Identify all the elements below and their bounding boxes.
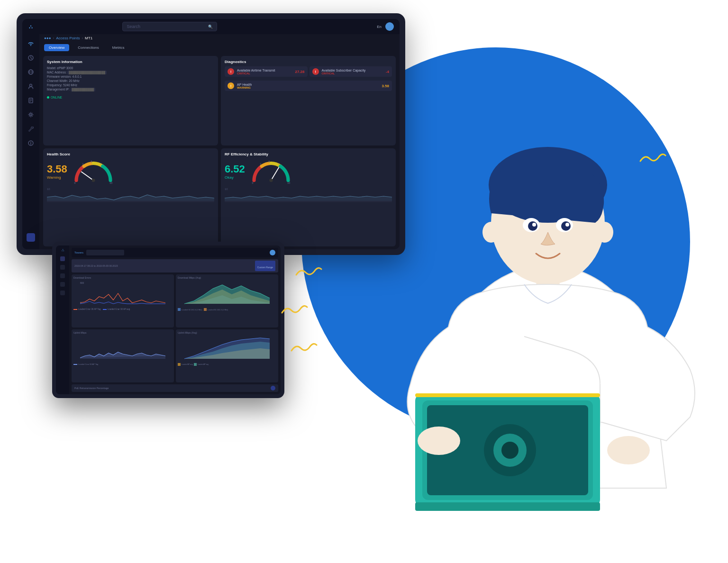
tablet-secondary-screen: ∴ Towers 2019-04-17 09:22 to 2019-05-09 … bbox=[56, 245, 281, 394]
svg-point-56 bbox=[607, 436, 650, 464]
model-label: Model: bbox=[47, 66, 56, 70]
chart-legend-3: Loaded Cnar 90 AP Tag bbox=[73, 363, 172, 365]
status-badge: ONLINE bbox=[47, 96, 62, 99]
tabs-bar: Overview Connections Metrics bbox=[39, 42, 400, 53]
rf-title: RF Efficiency & Stability bbox=[225, 152, 392, 156]
tab-connections[interactable]: Connections bbox=[73, 44, 103, 51]
svg-text:0: 0 bbox=[74, 181, 75, 184]
sidebar-dot bbox=[27, 233, 35, 242]
chart-download-mbps: Download Mbps (Avg) Loaded 82.162.4 (5 M… bbox=[176, 274, 278, 327]
tablet2-topbar: Towers bbox=[72, 248, 278, 257]
model-row: Model: ePMP 3000 bbox=[47, 66, 214, 70]
tablet-main-screen: ∴ bbox=[22, 19, 400, 249]
svg-point-55 bbox=[418, 427, 460, 455]
frequency-label: Frequency: bbox=[47, 83, 63, 87]
svg-marker-34 bbox=[184, 338, 270, 359]
svg-point-52 bbox=[501, 442, 519, 459]
channel-value: 20 MHz bbox=[69, 79, 79, 82]
diag-row-aphealth: ! AP Health WARNING 3.58 bbox=[225, 81, 392, 91]
tablet2-breadcrumb: Towers bbox=[74, 251, 83, 254]
chart-legend-4: Loaded AP avg Loaded AP tag bbox=[178, 363, 276, 366]
diag-row-subscriber: ! Available Subscriber Capacity CRITICAL… bbox=[309, 66, 392, 77]
tablet2-main: Towers 2019-04-17 09:22 to 2019-05-09 00… bbox=[69, 245, 281, 394]
diagnostics-title: Diagnostics bbox=[225, 60, 392, 64]
date-range-bar: 2019-04-17 09:22 to 2019-05-09 00:2023 C… bbox=[72, 259, 278, 272]
tablet2-dot bbox=[271, 386, 275, 390]
chart-uplink-avg: Uplink Mbps (Avg) Loaded AP avg bbox=[176, 329, 278, 382]
legend-item-1a: Loaded Cnar 30 AP Tag bbox=[73, 308, 101, 310]
diagnostics-panel: Diagnostics ! Available Airtime Transmit… bbox=[221, 56, 396, 145]
mac-value: ██████████████████ bbox=[67, 71, 107, 74]
svg-text:10: 10 bbox=[287, 181, 290, 184]
svg-rect-54 bbox=[415, 393, 600, 397]
date-range-text: 2019-04-17 09:22 to 2019-05-09 00:2023 bbox=[74, 264, 118, 267]
breadcrumb-access-points[interactable]: Access Points bbox=[56, 36, 80, 40]
sidebar-icon-wifi[interactable] bbox=[27, 40, 35, 47]
topbar-right: En bbox=[377, 22, 394, 31]
svg-rect-53 bbox=[415, 502, 600, 511]
svg-text:5: 5 bbox=[91, 160, 92, 163]
diag-label-airtime: Available Airtime Transmit CRITICAL bbox=[237, 69, 292, 75]
search-placeholder: Search bbox=[127, 24, 140, 29]
legend-item-1b: Loaded Cnar 30 AP avg bbox=[103, 308, 130, 310]
sidebar-icon-clock[interactable] bbox=[27, 54, 35, 62]
date-range-button[interactable]: Custom Range bbox=[255, 261, 275, 271]
mgmt-value: ███████████ bbox=[71, 88, 96, 91]
firmware-value: 4.6.0.1 bbox=[72, 75, 82, 78]
frequency-row: Frequency: 5240 MHz bbox=[47, 83, 214, 87]
diag-value-subscriber: -4 bbox=[386, 70, 389, 74]
breadcrumb: ●●● › Access Points › MT1 bbox=[39, 34, 400, 42]
rf-efficiency-panel: RF Efficiency & Stability 6.52 Okay bbox=[221, 148, 396, 247]
user-avatar[interactable] bbox=[385, 22, 394, 31]
diag-text-airtime: Available Airtime Transmit bbox=[237, 69, 292, 72]
health-score-display: 3.58 Warning bbox=[47, 164, 67, 180]
rf-inner: 6.52 Okay bbox=[225, 159, 392, 185]
tablet2-search[interactable] bbox=[86, 250, 124, 255]
mac-row: MAC Address: ██████████████████ bbox=[47, 71, 214, 74]
rf-gauge-svg: 0 10 5 3 7 bbox=[250, 159, 292, 185]
svg-text:10: 10 bbox=[109, 181, 112, 184]
chart-svg-3 bbox=[73, 335, 172, 361]
svg-line-6 bbox=[82, 172, 93, 180]
chart-svg-1: 800 0 bbox=[73, 280, 172, 306]
health-chart-label: 10 bbox=[47, 188, 50, 191]
svg-marker-30 bbox=[80, 352, 165, 359]
rf-score-value: 6.52 bbox=[225, 164, 245, 174]
svg-text:5: 5 bbox=[268, 160, 270, 163]
sidebar-icon-user[interactable] bbox=[27, 82, 35, 90]
search-bar[interactable]: Search 🔍 bbox=[122, 22, 217, 31]
svg-text:0: 0 bbox=[80, 301, 82, 304]
health-score-panel: Health Score 3.58 Warning bbox=[43, 148, 218, 247]
svg-point-2 bbox=[30, 84, 32, 87]
squiggle-4 bbox=[638, 152, 666, 166]
svg-point-43 bbox=[565, 223, 569, 227]
mgmt-label: Management IP: bbox=[47, 88, 70, 91]
sidebar-icon-info[interactable] bbox=[27, 139, 35, 147]
sidebar-icon-doc[interactable] bbox=[27, 97, 35, 104]
svg-marker-13 bbox=[47, 195, 214, 201]
breadcrumb-parent: ●●● bbox=[44, 36, 51, 40]
tablet2-charts-grid: Download Errors 800 0 Loaded Cnar 30 AP … bbox=[72, 274, 278, 382]
health-gauge: 0 10 5 3 7 bbox=[72, 159, 115, 185]
status-text: ONLINE bbox=[51, 96, 62, 99]
language-selector[interactable]: En bbox=[377, 25, 382, 29]
health-gauge-svg: 0 10 5 3 7 bbox=[72, 159, 115, 185]
tab-overview[interactable]: Overview bbox=[44, 44, 69, 51]
sidebar-icon-wrench[interactable] bbox=[27, 125, 35, 133]
legend-item-4b: Loaded AP tag bbox=[194, 363, 209, 366]
sidebar-icon-gear[interactable] bbox=[27, 111, 35, 118]
tab-metrics[interactable]: Metrics bbox=[108, 44, 129, 51]
chart-legend-2: Loaded 82.162.4 (5 Min) Loaded 82.162.4 … bbox=[178, 308, 276, 311]
svg-point-7 bbox=[91, 178, 95, 182]
svg-point-4 bbox=[30, 114, 32, 116]
health-score-label: Warning bbox=[47, 175, 67, 180]
mac-label: MAC Address: bbox=[47, 71, 67, 74]
chart-title-1: Download Errors bbox=[73, 276, 172, 279]
firmware-label: Firmware version: bbox=[47, 75, 72, 78]
svg-text:0: 0 bbox=[252, 181, 253, 184]
frequency-value: 5240 MHz bbox=[63, 83, 77, 87]
rf-score-label: Okay bbox=[225, 175, 245, 180]
sidebar-icon-globe[interactable] bbox=[27, 68, 35, 76]
squiggle-1 bbox=[294, 265, 322, 280]
diag-status-aphealth: WARNING bbox=[237, 86, 379, 89]
